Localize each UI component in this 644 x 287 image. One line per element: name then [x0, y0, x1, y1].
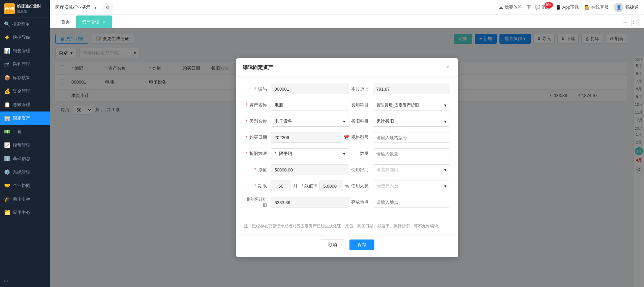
dept-arrow: ▾ — [444, 167, 447, 172]
dept-placeholder: 请选择部门 — [376, 167, 398, 173]
modal-close-btn[interactable]: × — [444, 64, 452, 71]
app-name: 畅捷通好业财 — [17, 4, 41, 9]
username-label: 畅捷通 — [625, 4, 639, 10]
save-button[interactable]: 保存 — [349, 240, 374, 250]
window-minimize-btn[interactable]: — — [622, 19, 629, 26]
asset-name-row: * 资产名称 — [244, 100, 349, 110]
category-value: 电子设备 — [275, 118, 292, 124]
residual-label: * 残值率 — [302, 183, 318, 189]
service-icon: 💁 — [584, 5, 590, 10]
sidebar-item-quicknav[interactable]: ⚡ 快捷导航 — [0, 31, 50, 44]
sidebar-item-finance[interactable]: 💰 资金管理 — [0, 85, 50, 98]
sidebar-item-ledger[interactable]: 📋 总账管理 — [0, 98, 50, 111]
dept-select[interactable]: 请选择部门 ▾ — [373, 164, 450, 175]
depr-account-value: 累计折旧 — [376, 118, 394, 124]
category-select[interactable]: 电子设备 ▾ — [271, 116, 349, 127]
user-avatar: 👤 — [614, 3, 623, 12]
modal-body: * 编码 * 资产名称 — [236, 77, 458, 220]
calendar-icon[interactable]: 📅 — [343, 135, 349, 140]
quantity-input[interactable] — [373, 148, 450, 159]
sidebar-item-sys[interactable]: ⚙️ 系统管理 — [0, 165, 50, 179]
residual-input[interactable] — [319, 181, 343, 191]
residual-unit: % — [345, 184, 349, 189]
sidebar-item-search[interactable]: 🔍 搜索菜单 — [0, 18, 50, 31]
modal-footer: 取消 保存 — [236, 235, 458, 257]
apps-icon: 🗂️ — [4, 210, 10, 216]
sidebar-item-basic-info[interactable]: ℹ️ 基础信息 — [0, 152, 50, 165]
app-sub: 普及版 — [17, 9, 41, 14]
monthly-depr-label: 本月折旧 — [349, 86, 373, 92]
sidebar-item-fixed-assets[interactable]: 🏢 固定资产 — [0, 111, 50, 125]
basic-info-label: 基础信息 — [13, 156, 30, 162]
search-icon: 🔍 — [4, 21, 10, 27]
experience-btn[interactable]: ☁ 我要体验一下 — [499, 4, 531, 10]
modal-grid: * 编码 * 资产名称 — [244, 84, 450, 214]
sidebar-item-guide[interactable]: 🎓 新手引导 — [0, 192, 50, 206]
sidebar-item-sales[interactable]: 📊 销售管理 — [0, 44, 50, 58]
spec-row: 规格型号 — [349, 132, 450, 143]
orig-value-input[interactable] — [271, 164, 349, 175]
code-input[interactable] — [271, 84, 349, 94]
guide-label: 新手引导 — [13, 196, 30, 202]
category-row: * 类别名称 电子设备 ▾ — [244, 116, 349, 127]
sidebar-item-apps[interactable]: 🗂️ 应用中心 — [0, 206, 50, 219]
location-row: 存放地点 — [349, 197, 450, 208]
asset-name-input[interactable] — [271, 100, 349, 110]
ledger-icon: 📋 — [4, 102, 10, 108]
period-unit: 月 — [293, 183, 298, 189]
orig-value-row: * 原值 — [244, 164, 349, 175]
tab-home[interactable]: 首页 — [55, 15, 75, 28]
online-service-btn[interactable]: 💁 在线客服 — [584, 4, 609, 10]
spec-input[interactable] — [373, 132, 450, 143]
person-select[interactable]: 请选择人员 ▾ — [373, 181, 450, 191]
code-label: * 编码 — [244, 86, 271, 92]
modal-overlay: 编辑固定资产 × * 编码 — [50, 28, 644, 287]
sidebar-item-payroll[interactable]: 💵 工资 — [0, 125, 50, 138]
sidebar-item-ops[interactable]: 📈 经营管理 — [0, 138, 50, 152]
purchase-icon: 🛒 — [4, 61, 10, 67]
app-download-btn[interactable]: 📱 App下载 — [556, 4, 579, 10]
quicknav-icon: ⚡ — [4, 34, 10, 40]
expense-account-select[interactable]: 管理费用_固定资产折旧 ▾ — [373, 100, 450, 110]
dept-label: 使用部门 — [349, 167, 373, 173]
sidebar-item-inventory[interactable]: 📦 库存核算 — [0, 71, 50, 85]
purchase-label: 采购管理 — [13, 61, 30, 67]
tab-asset-management[interactable]: 资产管理 × — [76, 15, 112, 28]
depr-method-select[interactable]: 年限平均 ▾ — [271, 148, 349, 159]
person-arrow: ▾ — [444, 184, 447, 189]
basic-info-icon: ℹ️ — [4, 156, 10, 162]
purchase-date-input[interactable] — [271, 132, 342, 143]
ledger-label: 总账管理 — [13, 102, 30, 108]
quicknav-label: 快捷导航 — [13, 34, 30, 40]
company-title: 医疗器械行业演示 — [55, 4, 90, 10]
window-maximize-btn[interactable]: ⛶ — [631, 19, 639, 26]
depr-method-arrow: ▾ — [343, 151, 345, 156]
messages-btn[interactable]: 💬 消息 99+ — [535, 4, 550, 10]
location-label: 存放地点 — [349, 199, 373, 205]
sidebar-settings[interactable]: ⚙ — [0, 275, 50, 287]
logo-icon: 好业财 — [4, 3, 15, 14]
user-menu[interactable]: 👤 畅捷通 — [614, 3, 639, 12]
location-input[interactable] — [373, 197, 450, 208]
tab-home-label: 首页 — [61, 19, 70, 25]
initial-accu-input[interactable] — [271, 197, 349, 208]
cancel-button[interactable]: 取消 — [320, 240, 345, 250]
expense-account-value: 管理费用_固定资产折旧 — [376, 102, 419, 108]
topbar: 医疗器械行业演示 ▾ ⚙ ☁ 我要体验一下 💬 消息 99+ 📱 App下载 — [50, 0, 644, 15]
company-dropdown-icon[interactable]: ▾ — [94, 5, 99, 10]
sidebar-item-purchase[interactable]: 🛒 采购管理 — [0, 58, 50, 71]
settings-gear-btn[interactable]: ⚙ — [103, 3, 113, 12]
monthly-depr-input[interactable] — [373, 84, 450, 94]
orig-value-label: * 原值 — [244, 167, 271, 173]
initial-accu-row: 期初累计折旧 — [244, 197, 349, 208]
depr-account-select[interactable]: 累计折旧 ▾ — [373, 116, 450, 127]
edit-asset-modal: 编辑固定资产 × * 编码 — [236, 58, 458, 257]
modal-header: 编辑固定资产 × — [236, 58, 458, 77]
period-input[interactable] — [271, 181, 291, 191]
dept-row: 使用部门 请选择部门 ▾ — [349, 164, 450, 175]
modal-right-col: 本月折旧 费用科目 管理费用 — [349, 84, 450, 214]
sidebar-item-collab[interactable]: 🤝 企业协同 — [0, 179, 50, 192]
tab-close-icon[interactable]: × — [101, 20, 106, 24]
sidebar: 好业财 畅捷通好业财 普及版 🔍 搜索菜单 ⚡ 快捷导航 📊 销售管理 🛒 采购… — [0, 0, 50, 287]
spec-label: 规格型号 — [349, 134, 373, 140]
